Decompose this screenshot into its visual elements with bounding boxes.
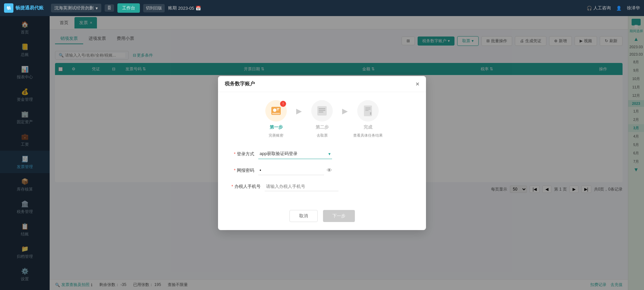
app-name: 畅捷通易代账 xyxy=(15,5,44,11)
modal-form: * 登录方式 app获取验证码登录 ▾ * 网报密码 xyxy=(231,149,413,191)
svg-rect-4 xyxy=(277,110,279,110)
modal-header: 税务数字账户 × xyxy=(218,76,426,92)
password-required-mark: * xyxy=(234,168,235,173)
step-1: ! 第一步 完善账密 xyxy=(256,100,296,138)
login-required-mark: * xyxy=(234,151,235,156)
toggle-password-icon[interactable]: 👁 xyxy=(327,167,332,173)
tax-phone-row: * 办税人手机号 xyxy=(231,182,413,191)
app-logo-icon: 畅 xyxy=(4,3,13,13)
chevron-down-icon: ▾ xyxy=(96,6,98,11)
login-method-select[interactable]: app获取验证码登录 ▾ xyxy=(258,149,332,159)
app-logo: 畅 畅捷通易代账 xyxy=(4,3,48,13)
workspace-button[interactable]: 工作台 xyxy=(117,3,140,13)
step-3-icon-wrap xyxy=(357,100,379,122)
step-1-badge: ! xyxy=(280,101,286,107)
svg-rect-11 xyxy=(365,109,371,110)
step-arrow-2: ▶ xyxy=(342,107,348,116)
top-header: 畅 畅捷通易代账 沈海英测试经营勿删 ▾ 🗄 工作台 切到旧版 账期 2023-… xyxy=(0,0,644,16)
step-1-icon-wrap: ! xyxy=(265,100,287,122)
modal-next-button[interactable]: 下一步 xyxy=(323,210,355,222)
login-method-row: * 登录方式 app获取验证码登录 ▾ xyxy=(231,149,413,159)
header-right: 🎧 人工咨询 👤 徐泽华 xyxy=(587,5,640,11)
step-2-title: 第二步 xyxy=(316,124,329,130)
period-label: 账期 xyxy=(168,5,177,11)
tax-phone-label: * 办税人手机号 xyxy=(231,184,265,190)
calendar-icon[interactable]: 📅 xyxy=(196,6,201,11)
svg-rect-12 xyxy=(365,110,369,111)
svg-rect-7 xyxy=(319,110,325,111)
login-method-chevron-icon: ▾ xyxy=(328,151,331,156)
modal-cancel-button[interactable]: 取消 xyxy=(289,210,318,222)
step-1-subtitle: 完善账密 xyxy=(269,133,283,138)
svg-rect-13 xyxy=(370,112,371,115)
step-arrow-1: ▶ xyxy=(296,107,302,116)
support-label: 人工咨询 xyxy=(593,5,611,11)
step-3: 完成 查看具体任务结果 xyxy=(348,100,388,138)
period-display: 账期 2023-05 📅 xyxy=(168,5,201,11)
password-label: * 网报密码 xyxy=(231,167,258,173)
password-row: * 网报密码 👁 xyxy=(231,166,413,175)
svg-rect-10 xyxy=(365,107,371,108)
tax-digital-modal: 税务数字账户 × xyxy=(218,76,426,230)
switch-version-button[interactable]: 切到旧版 xyxy=(143,4,165,12)
login-method-label: * 登录方式 xyxy=(231,151,258,157)
modal-title: 税务数字账户 xyxy=(225,81,255,87)
archive-button[interactable]: 🗄 xyxy=(105,4,114,12)
step-2-subtitle: 去取票 xyxy=(317,133,328,138)
tax-phone-field[interactable] xyxy=(265,182,338,191)
step-2: 第二步 去取票 xyxy=(302,100,342,138)
user-name: 徐泽华 xyxy=(627,5,640,11)
modal-footer: 取消 下一步 xyxy=(218,205,426,230)
modal-close-button[interactable]: × xyxy=(416,81,419,87)
period-value: 2023-05 xyxy=(178,6,194,11)
step-3-title: 完成 xyxy=(364,124,372,130)
step-1-title: 第一步 xyxy=(270,124,283,130)
company-name: 沈海英测试经营勿删 xyxy=(54,5,94,11)
user-avatar[interactable]: 👤 xyxy=(616,6,622,11)
headset-icon: 🎧 xyxy=(587,6,592,11)
svg-rect-2 xyxy=(272,113,280,114)
svg-rect-8 xyxy=(319,112,323,113)
support-link[interactable]: 🎧 人工咨询 xyxy=(587,5,611,11)
step-3-svg xyxy=(362,105,374,117)
steps-row: ! 第一步 完善账密 ▶ xyxy=(231,100,413,138)
modal-overlay: 税务数字账户 × xyxy=(0,16,644,290)
modal-body: ! 第一步 完善账密 ▶ xyxy=(218,92,426,205)
svg-rect-6 xyxy=(319,108,325,109)
step-2-icon-wrap xyxy=(311,100,333,122)
login-method-value: app获取验证码登录 xyxy=(260,151,298,157)
company-selector[interactable]: 沈海英测试经营勿删 ▾ xyxy=(51,4,101,12)
step-2-svg xyxy=(316,105,328,117)
tax-phone-required-mark: * xyxy=(231,184,233,189)
step-1-svg xyxy=(270,105,282,117)
svg-point-1 xyxy=(273,108,276,112)
step-3-subtitle: 查看具体任务结果 xyxy=(353,133,383,138)
svg-rect-3 xyxy=(277,108,279,109)
password-input-wrap: 👁 xyxy=(258,166,332,175)
password-field[interactable] xyxy=(258,166,324,175)
